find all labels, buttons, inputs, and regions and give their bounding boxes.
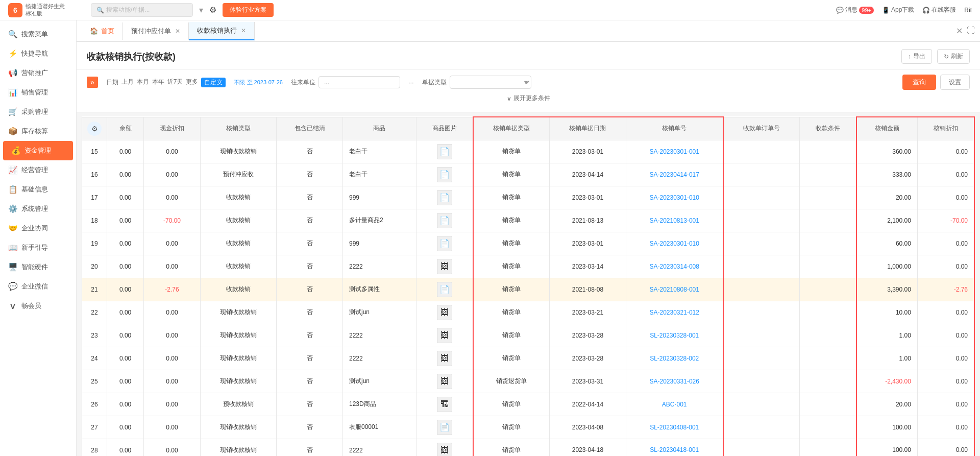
tab-verify[interactable]: 收款核销执行 ✕	[189, 22, 255, 40]
verify-bill-no-link[interactable]: ABC-001	[662, 401, 687, 408]
cell-product-image: 📄	[416, 232, 473, 255]
sidebar-item-finance[interactable]: 💰 资金管理	[3, 141, 73, 160]
sidebar-item-inventory[interactable]: 📦 库存核算	[0, 122, 76, 141]
th-gear[interactable]: ⚙	[82, 117, 107, 140]
cell-receipt-condition	[800, 301, 857, 324]
date-filter: 日期 上月 本月 本年 近7天 更多 自定义	[106, 78, 226, 87]
tab-prepaid[interactable]: 预付冲应付单 ✕	[123, 22, 189, 40]
close-tab-icon[interactable]: ✕	[956, 26, 963, 36]
sidebar-item-search[interactable]: 🔍 搜索菜单	[0, 25, 76, 44]
query-button[interactable]: 查询	[902, 75, 936, 90]
cell-cash-discount: 0.00	[144, 140, 201, 163]
column-settings-icon[interactable]: ⚙	[87, 122, 102, 136]
verify-bill-no-link[interactable]: SA-20210808-001	[649, 286, 699, 293]
cell-verify-bill-no: SA-20230301-010	[626, 186, 723, 209]
verify-bill-no-link[interactable]: SA-20230414-017	[649, 171, 699, 178]
date-link-this-year[interactable]: 本年	[152, 78, 164, 87]
sidebar-item-member[interactable]: V 畅会员	[0, 296, 76, 316]
cell-product-image: 🖼	[416, 301, 473, 324]
sidebar-item-purchase[interactable]: 🛒 采购管理	[0, 102, 76, 122]
table-row: 200.000.00收款核销否2222🖼销货单2023-03-14SA-2023…	[82, 255, 975, 278]
verify-bill-no-link[interactable]: SA-20230314-008	[649, 263, 699, 270]
date-link-custom[interactable]: 自定义	[201, 78, 226, 87]
date-link-this-month[interactable]: 本月	[137, 78, 149, 87]
cell-balance: 0.00	[107, 140, 144, 163]
maximize-icon[interactable]: ⛶	[967, 26, 975, 36]
top-search-box[interactable]: 🔍 搜索功能/单据...	[91, 3, 193, 17]
dropdown-icon[interactable]: ▾	[199, 5, 203, 15]
verify-bill-no-link[interactable]: SA-20230301-010	[649, 240, 699, 247]
cell-verify-bill-type: 销货单	[473, 186, 550, 209]
date-link-7days[interactable]: 近7天	[167, 78, 183, 87]
cell-product: 2222	[343, 324, 416, 347]
verify-bill-no-link[interactable]: SL-20230328-002	[650, 355, 699, 362]
sidebar-item-shortcut[interactable]: ⚡ 快捷导航	[0, 44, 76, 63]
filter-collapse-btn[interactable]: »	[87, 77, 98, 88]
logo-area: 6 畅捷通谱好生意 标准版	[8, 3, 85, 17]
sidebar-label-finance: 资金管理	[24, 146, 51, 155]
date-link-last-month[interactable]: 上月	[121, 78, 134, 87]
expand-conditions-btn[interactable]: ∨ 展开更多条件	[507, 94, 550, 103]
tab-verify-label: 收款核销执行	[197, 26, 237, 35]
table-row: 190.000.00收款核销否999📄销货单2023-03-01SA-20230…	[82, 232, 975, 255]
sidebar-label-inventory: 库存核算	[21, 127, 48, 136]
notification-area[interactable]: 💬 消息 99+	[836, 6, 874, 14]
app-download-area[interactable]: 📱 App下载	[882, 6, 914, 14]
verify-bill-no-link[interactable]: SL-20230418-001	[650, 446, 699, 453]
counterpart-input[interactable]	[318, 76, 400, 88]
receipt-type-select[interactable]	[450, 76, 531, 89]
cell-balance: 0.00	[107, 370, 144, 393]
cell-receipt-order-no	[723, 278, 800, 301]
cell-verify-bill-type: 销货单	[473, 209, 550, 232]
verify-bill-no-link[interactable]: SA-20210813-001	[649, 217, 699, 224]
sidebar-item-operations[interactable]: 📈 经营管理	[0, 160, 76, 180]
industry-solution-button[interactable]: 体验行业方案	[223, 3, 274, 17]
online-support-area[interactable]: 🎧 在线客服	[922, 6, 956, 14]
table-row: 280.000.00现销收款核销否2222🖼销货单2023-04-18SL-20…	[82, 439, 975, 456]
guide-icon: 📖	[8, 243, 17, 252]
hardware-icon: 🖥️	[8, 262, 17, 272]
cell-verify-bill-type: 销货单	[473, 324, 550, 347]
sidebar-item-marketing[interactable]: 📢 营销推广	[0, 63, 76, 83]
tab-prepaid-close[interactable]: ✕	[175, 28, 180, 35]
table-container[interactable]: ⚙ 余额 现金折扣 核销类型 包含已结清 商品 商品图片 核销单据类型 核销单据…	[77, 112, 980, 456]
verify-bill-no-link[interactable]: SA-20230331-026	[649, 378, 699, 385]
search-icon: 🔍	[96, 7, 104, 14]
cell-verify-amount: 20.00	[856, 186, 917, 209]
cell-receipt-condition	[800, 186, 857, 209]
cell-include-settled: 否	[277, 140, 343, 163]
verify-bill-no-link[interactable]: SL-20230408-001	[650, 424, 699, 431]
th-include-settled: 包含已结清	[277, 117, 343, 140]
settings-icon[interactable]: ⚙	[209, 5, 216, 15]
cell-verify-discount: 0.00	[917, 232, 974, 255]
cell-verify-amount: 333.00	[856, 163, 917, 186]
sidebar-item-guide[interactable]: 📖 新手引导	[0, 238, 76, 257]
verify-bill-no-link[interactable]: SA-20230321-012	[649, 309, 699, 316]
settings-button[interactable]: 设置	[940, 75, 970, 90]
sidebar-label-marketing: 营销推广	[21, 68, 48, 78]
tab-home[interactable]: 🏠 首页	[82, 22, 123, 40]
verify-bill-no-link[interactable]: SL-20230328-001	[650, 332, 699, 339]
logo-text: 畅捷通谱好生意 标准版	[26, 3, 65, 16]
logo-icon: 6	[8, 3, 22, 17]
operations-icon: 📈	[8, 165, 17, 175]
cell-verify-bill-no: SA-20230314-008	[626, 255, 723, 278]
tab-verify-close[interactable]: ✕	[241, 27, 246, 34]
sidebar-item-basic-info[interactable]: 📋 基础信息	[0, 180, 76, 199]
table-row: 160.000.00预付冲应收否老白干📄销货单2023-04-14SA-2023…	[82, 163, 975, 186]
verify-bill-no-link[interactable]: SA-20230301-001	[649, 148, 699, 155]
sidebar-item-sales[interactable]: 📊 销售管理	[0, 83, 76, 102]
sidebar-item-wechat[interactable]: 💬 企业微信	[0, 277, 76, 296]
export-button[interactable]: ↑ 导出	[901, 49, 932, 64]
verify-bill-no-link[interactable]: SA-20230301-010	[649, 194, 699, 201]
sidebar-item-system[interactable]: ⚙️ 系统管理	[0, 199, 76, 219]
sidebar-item-hardware[interactable]: 🖥️ 智能硬件	[0, 257, 76, 277]
sidebar-item-collab[interactable]: 🤝 企业协同	[0, 219, 76, 238]
th-balance: 余额	[107, 117, 144, 140]
refresh-button[interactable]: ↻ 刷新	[937, 49, 970, 64]
cell-product: 测试jun	[343, 301, 416, 324]
cell-receipt-order-no	[723, 163, 800, 186]
home-icon: 🏠	[90, 27, 98, 35]
user-name[interactable]: Rit	[964, 7, 972, 14]
date-link-more[interactable]: 更多	[186, 78, 198, 87]
